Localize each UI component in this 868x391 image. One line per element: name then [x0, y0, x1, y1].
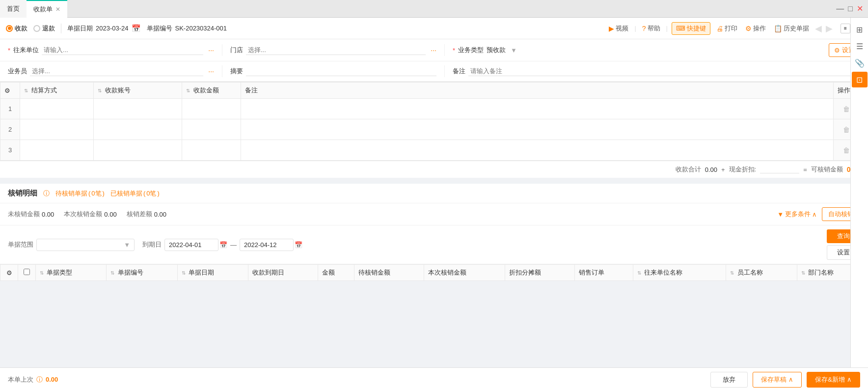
- more-conditions-btn[interactable]: ▼ 更多条件 ∧: [777, 210, 817, 219]
- col-pending: 待核销金额: [354, 265, 424, 281]
- date-field: 单据日期 2023-03-24 📅: [67, 24, 141, 33]
- counterpart-field: * 往来单位 ···: [8, 45, 214, 55]
- row-amount-1[interactable]: [182, 99, 241, 119]
- sidebar-screenshot-icon[interactable]: ⊡: [852, 72, 868, 87]
- done-tab[interactable]: 已核销单据 (0笔): [110, 189, 160, 198]
- col-check: [18, 265, 36, 281]
- tab-receipt[interactable]: 收款单 ✕: [27, 0, 67, 18]
- store-more-icon[interactable]: ···: [431, 46, 436, 54]
- history-btn[interactable]: 📋 历史单据: [772, 23, 811, 34]
- current-stat: 本次核销金额 0.00: [64, 210, 116, 219]
- sidebar-table-icon[interactable]: ⊞: [852, 22, 868, 37]
- equals-sign: =: [803, 166, 807, 173]
- help-btn[interactable]: ? 帮助: [640, 23, 662, 34]
- minimize-button[interactable]: —: [836, 4, 844, 13]
- list-layout-icon[interactable]: ≡: [841, 24, 850, 33]
- date-dash: —: [230, 241, 237, 249]
- delete-icon-1[interactable]: 🗑: [843, 105, 850, 113]
- radio-refund[interactable]: 退款: [33, 24, 55, 33]
- row-payment-3[interactable]: [20, 140, 94, 161]
- col-current: 本次核销金额: [424, 265, 505, 281]
- radio-refund-label: 退款: [42, 24, 55, 33]
- calendar-icon[interactable]: 📅: [132, 24, 141, 33]
- pending-tab[interactable]: 待核销单据 (0笔): [55, 189, 105, 198]
- counterpart-input[interactable]: [42, 45, 203, 55]
- counterpart-required: *: [8, 47, 10, 54]
- discard-button[interactable]: 放弃: [710, 372, 748, 388]
- check-all-header: ⚙: [0, 265, 18, 281]
- calendar-from-icon[interactable]: 📅: [219, 241, 227, 249]
- delete-icon-2[interactable]: 🗑: [843, 126, 850, 134]
- tab-home[interactable]: 首页: [0, 0, 27, 18]
- operations-icon: ⚙: [745, 25, 752, 32]
- payment-table-container: ⚙ ⇅ 结算方式 ⇅ 收款账号 ⇅ 收款金额 备注: [0, 82, 868, 161]
- discount-label: 现金折扣:: [729, 165, 757, 174]
- verification-info-icon[interactable]: ⓘ: [43, 189, 50, 198]
- row-account-3[interactable]: [94, 140, 182, 161]
- row-note-3[interactable]: [241, 140, 834, 161]
- radio-refund-circle: [33, 25, 40, 32]
- radio-collect-circle: [6, 25, 13, 32]
- salesperson-more-icon[interactable]: ···: [208, 67, 214, 75]
- row-note-2[interactable]: [241, 119, 834, 140]
- video-btn[interactable]: ▶ 视频: [607, 23, 630, 34]
- filter-icon: ▼: [777, 211, 784, 218]
- row-note-1[interactable]: [241, 99, 834, 119]
- number-label: 单据编号: [147, 24, 172, 33]
- sep2: [444, 44, 445, 56]
- col-number: ⇅ 单据编号: [107, 265, 177, 281]
- sidebar-clip-icon[interactable]: 📎: [852, 55, 868, 71]
- business-dropdown-icon[interactable]: ▼: [511, 47, 517, 54]
- col-employee: ⇅ 员工名称: [726, 265, 797, 281]
- delete-icon-3[interactable]: 🗑: [843, 146, 850, 154]
- select-all-checkbox[interactable]: [24, 269, 30, 275]
- col-discount: 折扣分摊额: [505, 265, 574, 281]
- discount-input[interactable]: [760, 166, 799, 173]
- date-to-input[interactable]: [240, 239, 294, 251]
- row-payment-1[interactable]: [20, 99, 94, 119]
- gear-bottom-icon[interactable]: ⚙: [6, 269, 12, 277]
- col-sales: 销售订单: [574, 265, 633, 281]
- maximize-button[interactable]: □: [848, 4, 853, 13]
- row-amount-3[interactable]: [182, 140, 241, 161]
- row-account-1[interactable]: [94, 99, 182, 119]
- close-button[interactable]: ✕: [857, 4, 863, 13]
- unchecked-value: 0.00: [42, 211, 54, 218]
- note-input[interactable]: [468, 66, 860, 76]
- history-info-icon[interactable]: ⓘ: [36, 375, 43, 384]
- stats-actions: ▼ 更多条件 ∧ 自动核销: [777, 207, 860, 221]
- toolbar-divider-1: [61, 24, 61, 33]
- print-btn[interactable]: 🖨 打印: [714, 23, 739, 34]
- save-new-button[interactable]: 保存&新增 ∧: [807, 372, 860, 388]
- counterpart-more-icon[interactable]: ···: [208, 46, 214, 54]
- history-label: 本单上次: [8, 375, 33, 384]
- salesperson-input[interactable]: [30, 66, 203, 76]
- history-value: 0.00: [46, 376, 58, 383]
- calendar-to-icon[interactable]: 📅: [295, 241, 302, 249]
- row-account-2[interactable]: [94, 119, 182, 140]
- tab-close-icon[interactable]: ✕: [55, 6, 60, 13]
- col-note: 备注: [241, 83, 834, 99]
- shortcut-btn[interactable]: ⌨ 快捷键: [672, 22, 710, 35]
- sep3: [222, 65, 222, 77]
- sidebar-list-icon[interactable]: ☰: [852, 38, 868, 54]
- toolbar: 收款 退款 单据日期 2023-03-24 📅 单据编号 SK-20230324…: [0, 18, 868, 39]
- verification-header: 核销明细 ⓘ 待核销单据 (0笔) 已核销单据 (0笔): [0, 184, 868, 203]
- radio-collect[interactable]: 收款: [6, 24, 27, 33]
- date-from-input[interactable]: [164, 239, 218, 251]
- table-gear-header[interactable]: ⚙: [0, 83, 20, 99]
- store-input[interactable]: [246, 45, 426, 55]
- gear-icon: ⚙: [834, 47, 840, 54]
- date-value: 2023-03-24: [96, 25, 129, 32]
- counterpart-label: 往来单位: [13, 46, 39, 55]
- range-select[interactable]: ▼: [36, 239, 135, 251]
- bottom-actions: 放弃 保存草稿 ∧ 保存&新增 ∧: [710, 372, 860, 388]
- filter-row: 单据范围 ▼ 到期日 📅 — 📅 查询 设置: [0, 225, 868, 264]
- save-draft-button[interactable]: 保存草稿 ∧: [753, 372, 802, 388]
- business-type-label: 业务类型: [458, 46, 484, 55]
- table-row: 2 🗑 ⊕: [0, 119, 868, 140]
- row-payment-2[interactable]: [20, 119, 94, 140]
- summary-input[interactable]: [246, 66, 436, 76]
- operations-btn[interactable]: ⚙ 操作: [743, 23, 768, 34]
- row-amount-2[interactable]: [182, 119, 241, 140]
